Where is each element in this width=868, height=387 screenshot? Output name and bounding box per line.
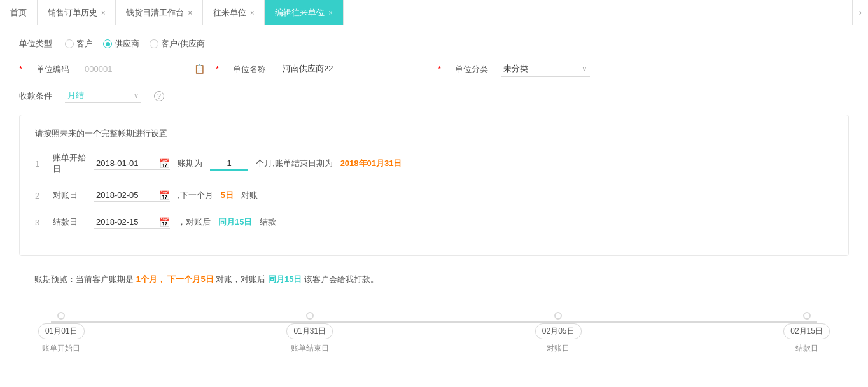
node-badge-2: 01月31日 [286,323,333,339]
required-name: * [216,64,219,74]
unit-code-label: 单位编码 [36,64,69,75]
reconcile-date-input[interactable] [94,189,159,201]
reconcile-date-field: 📅 [94,189,170,202]
node-label-3: 对账日 [547,343,570,354]
node-dot-2 [306,312,314,320]
tab-cash-ledger[interactable]: 钱货日清工作台 × [116,0,202,25]
billing-label-1: 账单开始日 [53,152,86,175]
payment-date-input[interactable] [94,216,159,228]
payment-day-highlight: 同月15日 [218,216,252,228]
billing-box: 请按照未来的一个完整帐期进行设置 1 账单开始日 📅 账期为 个月,账单结束日期… [19,115,849,256]
timeline-node-2: 01月31日 账单结束日 [286,312,333,354]
payment-suffix: 结款 [260,216,276,228]
unit-name-label: 单位名称 [233,64,266,75]
condition-chevron-icon: ∨ [134,92,139,100]
radio-group-unit-type: 客户 供应商 客户/供应商 [65,38,205,50]
radio-circle-both [150,39,158,48]
reconcile-day-highlight: 5日 [221,190,234,201]
timeline-section: 01月01日 账单开始日 01月31日 账单结束日 02月05日 对账日 02月… [19,306,849,364]
tab-edit-partner[interactable]: 编辑往来单位 × [265,0,343,25]
document-icon[interactable]: 📋 [194,64,205,74]
help-icon[interactable]: ? [154,91,164,101]
tab-sales-order-history[interactable]: 销售订单历史 × [38,0,116,25]
close-cash-tab[interactable]: × [188,9,192,17]
tab-partner-units[interactable]: 往来单位 × [203,0,265,25]
billing-num-2: 2 [35,191,45,201]
unit-type-row: 单位类型 客户 供应商 客户/供应商 [19,38,849,50]
billing-num-1: 1 [35,159,45,169]
calendar-icon-1[interactable]: 📅 [159,158,170,169]
payment-prefix: ，对账后 [178,216,211,228]
billing-title: 请按照未来的一个完整帐期进行设置 [35,128,833,139]
timeline-nodes: 01月01日 账单开始日 01月31日 账单结束日 02月05日 对账日 02月… [38,312,830,354]
unit-type-label: 单位类型 [19,38,52,50]
tab-more-arrow[interactable]: › [852,0,868,25]
calendar-icon-2[interactable]: 📅 [159,190,170,201]
radio-both[interactable]: 客户/供应商 [150,38,205,50]
node-label-4: 结款日 [795,343,818,354]
reconcile-prefix: ,下一个月 [178,190,213,201]
node-badge-4: 02月15日 [783,323,830,339]
billing-num-3: 3 [35,218,45,227]
preview-mid: 对账，对账后 [216,274,265,284]
end-date-highlight: 2018年01月31日 [340,158,402,169]
unit-code-input[interactable] [82,62,194,76]
payment-condition-row: 收款条件 月结 ∨ ? [19,88,849,103]
category-chevron-icon: ∨ [582,64,587,73]
preview-bar: 账期预览：当前客户账期是 1个月， 下一个月5日 对账，对账后 同月15日 该客… [19,266,849,293]
close-partner-tab[interactable]: × [250,9,254,17]
start-date-input[interactable] [94,157,159,169]
node-label-2: 账单结束日 [291,343,329,354]
payment-condition-select[interactable]: 月结 ∨ [65,88,141,103]
node-dot-4 [803,312,811,320]
node-badge-3: 02月05日 [535,323,582,339]
required-code: * [19,64,22,74]
period-input[interactable] [210,157,248,171]
unit-code-field: 📋 [82,62,184,76]
radio-circle-supplier [103,39,112,48]
start-date-field: 📅 [94,157,170,170]
payment-condition-label: 收款条件 [19,90,52,102]
billing-row-1: 1 账单开始日 📅 账期为 个月,账单结束日期为 2018年01月31日 [35,152,833,175]
close-edit-tab[interactable]: × [328,9,332,17]
node-label-1: 账单开始日 [42,343,80,354]
preview-label: 账期预览：当前客户账期是 [34,274,134,284]
preview-reconcile-day: 下一个月5日 [167,274,213,284]
preview-end: 该客户会给我打款。 [304,274,379,284]
timeline-node-4: 02月15日 结款日 [783,312,830,354]
unit-category-select[interactable]: 未分类 ∨ [501,61,590,77]
billing-label-3: 结款日 [53,216,86,228]
node-badge-1: 01月01日 [38,323,85,339]
billing-row-3: 3 结款日 📅 ，对账后 同月15日 结款 [35,216,833,229]
unit-info-row: * 单位编码 📋 * 单位名称 * 单位分类 未分类 ∨ [19,61,849,77]
billing-label-2: 对账日 [53,190,86,201]
preview-payment-day: 同月15日 [268,274,302,284]
radio-customer[interactable]: 客户 [65,38,93,50]
billing-row-2: 2 对账日 📅 ,下一个月5日 对账 [35,189,833,202]
node-dot-1 [57,312,65,320]
tab-home[interactable]: 首页 [0,0,38,25]
required-category: * [438,64,441,74]
radio-circle-customer [65,39,74,48]
unit-category-label: 单位分类 [455,64,488,75]
reconcile-suffix: 对账 [241,190,258,201]
tab-bar: 首页 销售订单历史 × 钱货日清工作台 × 往来单位 × 编辑往来单位 × › [0,0,868,25]
period-prefix: 账期为 [178,158,202,169]
preview-period: 1个月， [136,274,165,284]
timeline-node-1: 01月01日 账单开始日 [38,312,85,354]
payment-date-field: 📅 [94,216,170,229]
close-sales-tab[interactable]: × [101,9,105,17]
unit-name-input[interactable] [279,62,406,76]
calendar-icon-3[interactable]: 📅 [159,217,170,227]
node-dot-3 [554,312,562,320]
period-suffix: 个月,账单结束日期为 [256,158,333,169]
timeline-node-3: 02月05日 对账日 [535,312,582,354]
radio-supplier[interactable]: 供应商 [103,38,139,50]
page-content: 单位类型 客户 供应商 客户/供应商 * 单位编码 📋 * 单位名称 * [0,25,868,387]
